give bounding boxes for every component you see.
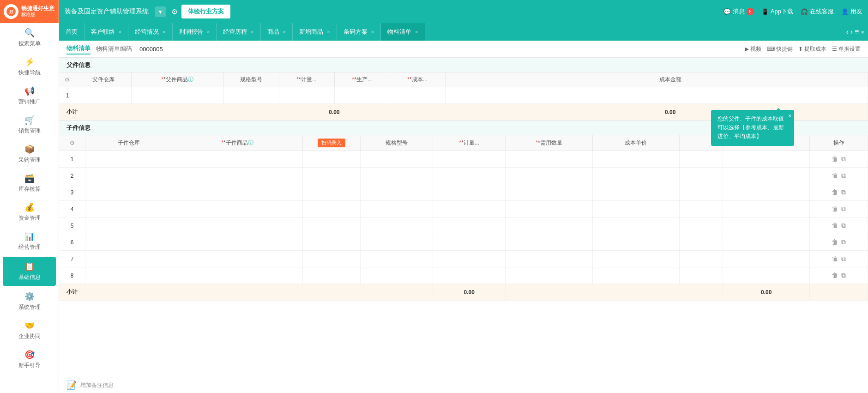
child-row-scan[interactable] (302, 201, 361, 218)
tab-history-close[interactable]: × (251, 29, 253, 35)
child-row-extra[interactable] (679, 201, 723, 218)
child-row-product[interactable] (172, 151, 303, 168)
child-row-qty[interactable] (506, 151, 592, 168)
sidebar-item-management[interactable]: 📊 经营管理 (0, 227, 59, 256)
copy-icon[interactable]: ⧉ (841, 172, 846, 179)
child-row-product[interactable] (172, 234, 303, 251)
tooltip-close[interactable]: × (788, 112, 791, 121)
parent-row-unit[interactable] (279, 87, 334, 104)
sub-tab-bom-code[interactable]: 物料清单编码 (96, 44, 132, 54)
tab-scroll-right[interactable]: › (850, 28, 853, 36)
parent-row-production[interactable] (334, 87, 390, 104)
child-row-unit-cost[interactable] (592, 151, 679, 168)
message-button[interactable]: 💬 消息 6 (723, 7, 754, 16)
child-row-extra[interactable] (679, 267, 723, 284)
child-row-unit-cost[interactable] (592, 267, 679, 284)
child-row-extra[interactable] (679, 168, 723, 184)
tab-goods-close[interactable]: × (283, 29, 286, 35)
tab-barcode[interactable]: 条码方案 × (337, 23, 381, 41)
child-row-spec[interactable] (361, 168, 433, 184)
delete-icon[interactable]: 🗑 (832, 188, 838, 196)
child-row-warehouse[interactable] (85, 151, 172, 168)
child-row-unit-cost[interactable] (592, 201, 679, 218)
parent-row-product[interactable] (131, 87, 223, 104)
child-row-product[interactable] (172, 218, 303, 234)
sub-tab-bom[interactable]: 物料清单 (66, 43, 90, 54)
delete-icon[interactable]: 🗑 (832, 238, 838, 246)
child-row-scan[interactable] (302, 251, 361, 267)
tab-profit[interactable]: 利润报告 × (173, 23, 217, 41)
gear-icon[interactable]: ⚙ (171, 7, 178, 16)
child-row-product[interactable] (172, 184, 303, 201)
tab-operations[interactable]: 经营情况 × (128, 23, 172, 41)
scan-button[interactable]: 扫码录入 (318, 139, 345, 147)
child-row-qty[interactable] (506, 184, 592, 201)
child-row-spec[interactable] (361, 218, 433, 234)
delete-icon[interactable]: 🗑 (832, 222, 838, 229)
delete-icon[interactable]: 🗑 (832, 205, 838, 212)
parent-row-cost[interactable] (390, 87, 445, 104)
tab-menu-icon[interactable]: ≡ (855, 28, 859, 36)
sidebar-item-quicknav[interactable]: ⚡ 快捷导航 (0, 52, 59, 81)
child-row-extra[interactable] (679, 151, 723, 168)
sidebar-item-collaboration[interactable]: 🤝 企业协同 (0, 316, 59, 345)
sidebar-item-finance[interactable]: 💰 资金管理 (0, 198, 59, 227)
child-row-qty[interactable] (506, 267, 592, 284)
child-row-qty[interactable] (506, 234, 592, 251)
delete-icon[interactable]: 🗑 (832, 172, 838, 179)
child-row-extra[interactable] (679, 218, 723, 234)
child-row-unit[interactable] (433, 184, 506, 201)
child-row-unit[interactable] (433, 151, 506, 168)
child-row-scan[interactable] (302, 218, 361, 234)
tab-add-goods-close[interactable]: × (327, 29, 330, 35)
single-settings-btn[interactable]: ☰ 单据设置 (832, 45, 861, 53)
child-row-spec[interactable] (361, 184, 433, 201)
child-row-warehouse[interactable] (85, 201, 172, 218)
sidebar-item-sales[interactable]: 🛒 销售管理 (0, 110, 59, 139)
child-row-spec[interactable] (361, 151, 433, 168)
sidebar-item-marketing[interactable]: 📢 营销推广 (0, 81, 59, 110)
child-row-product[interactable] (172, 251, 303, 267)
delete-icon[interactable]: 🗑 (832, 255, 838, 262)
copy-icon[interactable]: ⧉ (841, 222, 846, 229)
child-row-qty[interactable] (506, 168, 592, 184)
sidebar-item-purchase[interactable]: 📦 采购管理 (0, 139, 59, 169)
child-col-settings[interactable]: ⚙ (59, 135, 85, 151)
child-row-warehouse[interactable] (85, 168, 172, 184)
child-row-unit-cost[interactable] (592, 251, 679, 267)
child-row-qty[interactable] (506, 251, 592, 267)
app-download-button[interactable]: 📱 App下载 (761, 7, 793, 16)
child-row-extra[interactable] (679, 251, 723, 267)
child-row-unit-cost[interactable] (592, 168, 679, 184)
parent-row-extra[interactable] (445, 87, 473, 104)
delete-icon[interactable]: 🗑 (832, 155, 838, 163)
child-row-unit[interactable] (433, 168, 506, 184)
delete-icon[interactable]: 🗑 (832, 272, 838, 279)
tab-close-all[interactable]: × (861, 29, 864, 36)
tab-barcode-close[interactable]: × (371, 29, 374, 35)
system-dropdown[interactable]: ▾ (155, 6, 166, 17)
online-service-button[interactable]: 🎧 在线客服 (801, 7, 834, 16)
child-row-product[interactable] (172, 267, 303, 284)
tab-operations-close[interactable]: × (163, 29, 165, 35)
extract-cost-btn[interactable]: ⬆ 提取成本 (798, 45, 826, 53)
copy-icon[interactable]: ⧉ (841, 205, 846, 212)
parent-row-warehouse[interactable] (76, 87, 131, 104)
copy-icon[interactable]: ⧉ (841, 188, 846, 196)
sidebar-item-guide[interactable]: 🎯 新手引导 (0, 345, 59, 374)
child-row-qty[interactable] (506, 201, 592, 218)
child-row-unit[interactable] (433, 267, 506, 284)
tab-scroll-left[interactable]: ‹ (846, 28, 848, 36)
view-btn[interactable]: ▶ 视频 (745, 45, 761, 53)
child-row-unit-cost[interactable] (592, 218, 679, 234)
child-row-scan[interactable] (302, 151, 361, 168)
copy-icon[interactable]: ⧉ (841, 238, 846, 246)
child-row-spec[interactable] (361, 201, 433, 218)
child-row-warehouse[interactable] (85, 234, 172, 251)
child-row-scan[interactable] (302, 234, 361, 251)
child-row-unit[interactable] (433, 218, 506, 234)
trial-button[interactable]: 体验行业方案 (181, 5, 230, 18)
child-row-extra[interactable] (679, 234, 723, 251)
child-row-warehouse[interactable] (85, 218, 172, 234)
tab-bom-close[interactable]: × (415, 29, 418, 35)
